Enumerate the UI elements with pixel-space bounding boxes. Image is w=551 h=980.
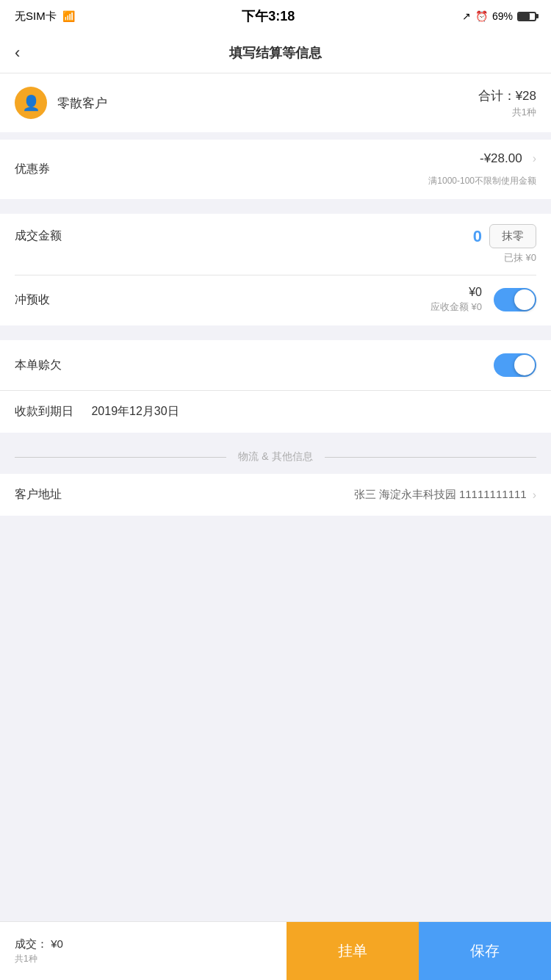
coupon-row[interactable]: 优惠券 -¥28.00 › 满1000-100不限制使用金额	[0, 140, 551, 199]
bottom-deal-label: 成交：	[15, 937, 48, 950]
signal-text: 无SIM卡	[15, 10, 57, 24]
battery-percent: 69%	[492, 10, 513, 22]
content-area: 👤 零散客户 合计：¥28 共1种 优惠券 -¥28.00 › 满1000-10…	[0, 73, 551, 597]
item-count: 共1种	[478, 106, 536, 119]
coupon-right: -¥28.00 › 满1000-100不限制使用金额	[428, 151, 536, 187]
save-button[interactable]: 保存	[419, 922, 551, 980]
customer-name: 零散客户	[57, 95, 107, 112]
toggle-knob	[514, 289, 535, 310]
prepay-toggle[interactable]	[494, 288, 536, 311]
deal-section: 成交金额 0 抹零 已抹 ¥0 冲预收 ¥0 应收金额 ¥0	[0, 214, 551, 325]
page-title: 填写结算等信息	[229, 44, 322, 62]
overdue-toggle-knob	[514, 355, 535, 375]
total-amount: 合计：¥28	[478, 87, 536, 104]
deal-amount-label: 成交金额	[15, 228, 62, 244]
section-divider-1	[0, 206, 551, 214]
overdue-label: 本单赊欠	[15, 358, 62, 373]
bottom-info: 成交： ¥0 共1种	[0, 922, 287, 980]
due-date-label: 收款到期日	[15, 405, 73, 417]
due-date-row: 收款到期日 2019年12月30日	[0, 390, 551, 433]
overdue-row: 本单赊欠	[0, 340, 551, 390]
logistics-header: 物流 & 其他信息	[0, 440, 551, 474]
alarm-icon: ⏰	[475, 10, 488, 22]
status-bar: 无SIM卡 📶 下午3:18 ↗ ⏰ 69%	[0, 0, 551, 32]
prepay-sub: 应收金额 ¥0	[431, 300, 482, 314]
prepay-label: 冲预收	[15, 292, 50, 308]
divider-line-right	[325, 457, 536, 458]
bottom-bar: 成交： ¥0 共1种 挂单 保存	[0, 921, 551, 980]
prepay-row: 冲预收 ¥0 应收金额 ¥0	[0, 275, 551, 325]
bottom-item-count: 共1种	[15, 953, 272, 965]
customer-section: 👤 零散客户 合计：¥28 共1种	[0, 73, 551, 132]
status-left: 无SIM卡 📶	[15, 10, 75, 24]
bottom-deal-value: ¥0	[51, 937, 63, 950]
location-icon: ↗	[462, 10, 471, 22]
address-label: 客户地址	[15, 487, 62, 502]
avatar: 👤	[15, 87, 47, 119]
address-value: 张三 海淀永丰科技园 11111111111	[76, 488, 527, 502]
deal-top: 成交金额 0 抹零	[15, 224, 536, 248]
section-divider-2	[0, 333, 551, 340]
coupon-desc: 满1000-100不限制使用金额	[428, 175, 536, 187]
address-section[interactable]: 客户地址 张三 海淀永丰科技园 11111111111 ›	[0, 474, 551, 516]
deal-amount-right: 0 抹零	[473, 224, 536, 248]
bottom-deal-amount: 成交： ¥0	[15, 937, 272, 951]
logistics-label: 物流 & 其他信息	[226, 450, 324, 464]
prepay-values: ¥0 应收金额 ¥0	[431, 286, 482, 314]
coupon-section[interactable]: 优惠券 -¥28.00 › 满1000-100不限制使用金额	[0, 140, 551, 199]
customer-row: 👤 零散客户 合计：¥28 共1种	[0, 73, 551, 132]
address-chevron-icon: ›	[533, 489, 536, 502]
prepay-right: ¥0 应收金额 ¥0	[431, 286, 536, 314]
coupon-amount: -¥28.00	[480, 151, 522, 166]
battery-icon	[517, 12, 536, 21]
chevron-right-icon: ›	[533, 152, 536, 165]
deal-amount-value: 0	[473, 227, 482, 246]
back-button[interactable]: ‹	[15, 43, 20, 62]
status-right: ↗ ⏰ 69%	[462, 10, 536, 22]
due-date-value: 2019年12月30日	[91, 405, 179, 417]
overdue-toggle[interactable]	[494, 353, 536, 377]
customer-right: 合计：¥28 共1种	[478, 87, 536, 119]
prepay-value: ¥0	[431, 286, 482, 299]
nav-bar: ‹ 填写结算等信息	[0, 32, 551, 73]
coupon-label: 优惠券	[15, 162, 50, 177]
deal-amount-row: 成交金额 0 抹零 已抹 ¥0	[0, 214, 551, 275]
status-time: 下午3:18	[242, 7, 295, 25]
deal-sub-text: 已抹 ¥0	[15, 251, 536, 264]
hold-button[interactable]: 挂单	[287, 922, 419, 980]
round-button[interactable]: 抹零	[489, 224, 536, 248]
address-row[interactable]: 客户地址 张三 海淀永丰科技园 11111111111 ›	[0, 474, 551, 516]
avatar-icon: 👤	[22, 94, 40, 112]
overdue-section: 本单赊欠 收款到期日 2019年12月30日	[0, 340, 551, 433]
customer-left: 👤 零散客户	[15, 87, 107, 119]
divider-line-left	[15, 457, 226, 458]
wifi-icon: 📶	[62, 10, 75, 22]
